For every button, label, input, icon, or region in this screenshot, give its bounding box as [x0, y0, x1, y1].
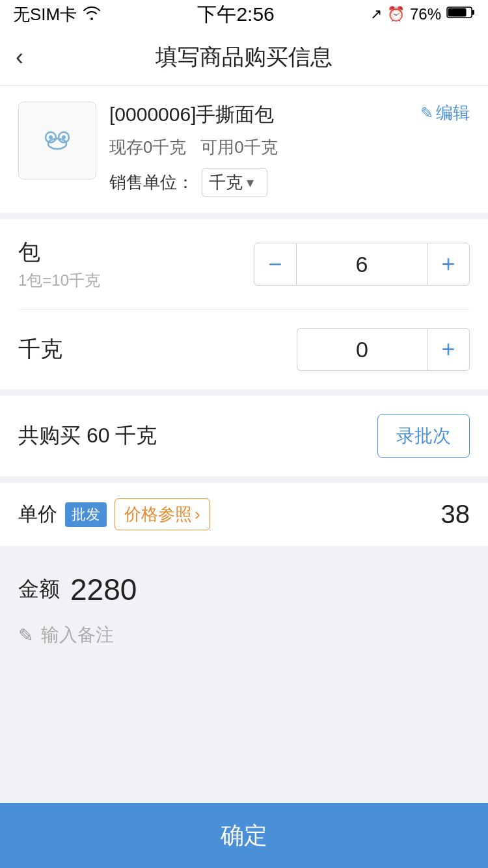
summary-section: 共购买 60 千克 录批次 — [0, 396, 488, 483]
bao-minus-button[interactable]: − — [254, 243, 297, 286]
kg-plus-button[interactable]: + — [427, 328, 470, 371]
sim-text: 无SIM卡 — [13, 3, 77, 26]
remark-row[interactable]: ✎ 输入备注 — [18, 623, 470, 647]
price-left: 单价 批发 价格参照 › — [18, 498, 210, 530]
pencil-icon: ✎ — [18, 625, 33, 646]
amount-section: 金额 2280 ✎ 输入备注 — [0, 552, 488, 660]
alarm-icon: ⏰ — [387, 6, 405, 23]
bao-quantity-control: − + — [254, 243, 470, 286]
product-stock: 现存0千克 可用0千克 — [109, 136, 470, 159]
amount-label: 金额 — [18, 575, 60, 604]
page-title: 填写商品购买信息 — [156, 42, 332, 72]
wifi-icon — [82, 5, 102, 25]
product-unit: 销售单位： 千克 ▾ — [109, 168, 470, 197]
kg-quantity-control: + — [297, 328, 470, 371]
bao-main-label: 包 — [18, 237, 100, 267]
battery-percent: 76% — [410, 5, 441, 23]
product-info: [0000006]手撕面包 ✎ 编辑 现存0千克 可用0千克 销售单位： 千克 … — [109, 102, 470, 197]
price-ref-button[interactable]: 价格参照 › — [115, 498, 210, 530]
status-right: ↗ ⏰ 76% — [370, 5, 475, 23]
svg-point-6 — [49, 135, 53, 139]
kg-label: 千克 — [18, 334, 62, 364]
chevron-right-icon: › — [195, 504, 200, 524]
edit-label: 编辑 — [436, 102, 470, 124]
bao-quantity-row: 包 1包=10千克 − + — [18, 219, 470, 310]
amount-value: 2280 — [70, 572, 137, 607]
svg-rect-2 — [448, 8, 466, 17]
svg-point-7 — [62, 135, 66, 139]
bao-sub-label: 1包=10千克 — [18, 270, 100, 291]
bao-input[interactable] — [297, 243, 427, 286]
remark-placeholder: 输入备注 — [41, 623, 114, 647]
bao-label: 包 1包=10千克 — [18, 237, 100, 291]
price-label: 单价 — [18, 501, 57, 528]
summary-text: 共购买 60 千克 — [18, 422, 157, 450]
battery-icon — [446, 5, 475, 23]
nav-bar: ‹ 填写商品购买信息 — [0, 29, 488, 86]
kg-main-label: 千克 — [18, 334, 62, 364]
price-section: 单价 批发 价格参照 › 38 — [0, 483, 488, 552]
price-ref-label: 价格参照 — [124, 503, 192, 526]
bao-plus-button[interactable]: + — [427, 243, 470, 286]
status-bar: 无SIM卡 下午2:56 ↗ ⏰ 76% — [0, 0, 488, 29]
status-left: 无SIM卡 — [13, 3, 102, 26]
location-icon: ↗ — [370, 6, 382, 23]
product-image — [18, 102, 96, 180]
price-tag: 批发 — [65, 502, 107, 527]
batch-button[interactable]: 录批次 — [377, 414, 470, 458]
kg-input[interactable] — [297, 328, 427, 371]
confirm-bar[interactable]: 确定 — [0, 803, 488, 868]
edit-button[interactable]: ✎ 编辑 — [420, 102, 470, 124]
amount-row: 金额 2280 — [18, 572, 470, 607]
back-button[interactable]: ‹ — [16, 44, 23, 71]
quantity-section: 包 1包=10千克 − + 千克 + — [0, 219, 488, 389]
svg-point-5 — [48, 139, 66, 149]
unit-select[interactable]: 千克 ▾ — [202, 168, 267, 197]
chevron-down-icon: ▾ — [247, 174, 254, 191]
kg-quantity-row: 千克 + — [18, 310, 470, 389]
svg-rect-1 — [472, 10, 474, 15]
product-name: [0000006]手撕面包 — [109, 102, 274, 128]
confirm-button[interactable]: 确定 — [221, 820, 267, 852]
price-value: 38 — [441, 500, 470, 529]
product-card: [0000006]手撕面包 ✎ 编辑 现存0千克 可用0千克 销售单位： 千克 … — [0, 86, 488, 219]
edit-icon: ✎ — [420, 104, 433, 122]
status-time: 下午2:56 — [197, 1, 274, 28]
